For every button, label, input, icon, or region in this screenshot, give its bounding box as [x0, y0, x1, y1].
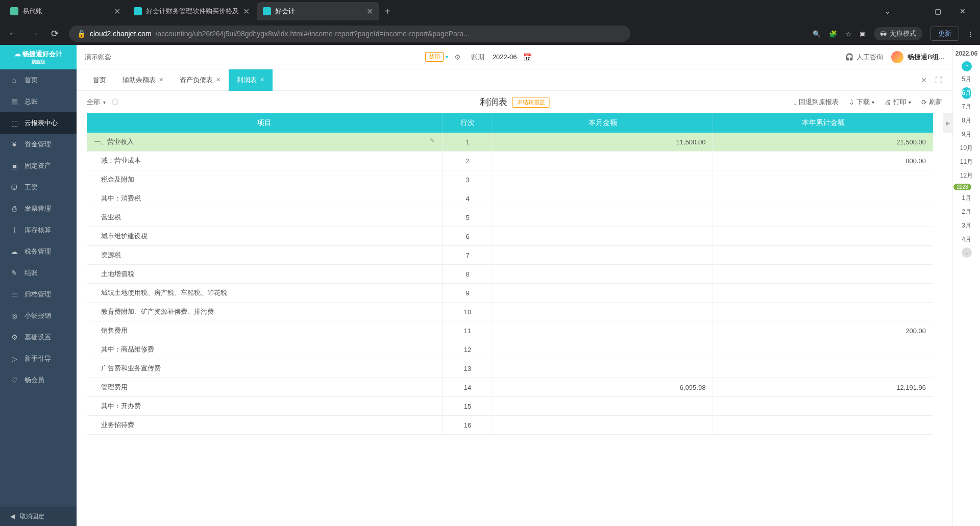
cell-year [713, 303, 933, 321]
month-item[interactable]: 4月 [962, 233, 971, 246]
download-button[interactable]: ⇩ 下载 ▾ [849, 97, 874, 107]
month-item[interactable]: 11月 [958, 155, 975, 169]
month-item[interactable]: 7月 [958, 100, 975, 114]
sidebar-item[interactable]: ⛁工资 [0, 177, 77, 198]
sidebar-item-label: 工资 [24, 183, 38, 192]
sidebar-unpin-button[interactable]: ◀ 取消固定 [0, 507, 77, 526]
browser-tab[interactable]: 好会计财务管理软件购买价格及✕ [128, 2, 256, 20]
sidebar-item[interactable]: ▷新手引导 [0, 348, 77, 369]
table-row[interactable]: 营业税 5 [87, 208, 933, 227]
sidebar-item[interactable]: ▭归档管理 [0, 284, 77, 305]
tab-close-icon[interactable]: ✕ [243, 7, 250, 16]
month-item[interactable]: 2月 [962, 205, 971, 219]
calendar-icon[interactable]: 📅 [523, 53, 532, 61]
refresh-button[interactable]: ⟳ 刷新 [921, 97, 942, 107]
forward-button[interactable]: → [28, 27, 41, 41]
sidebar-item[interactable]: ⌇库存核算 [0, 219, 77, 241]
sidebar-item[interactable]: ¥资金管理 [0, 134, 77, 155]
extension-icon[interactable]: 🧩 [829, 30, 837, 38]
nav-tab[interactable]: 首页 [85, 69, 114, 91]
sidebar-item[interactable]: ▤总账 [0, 91, 77, 112]
table-row[interactable]: 资源税 7 [87, 246, 933, 265]
back-button[interactable]: ← [6, 27, 19, 41]
nav-tab-close-icon[interactable]: ✕ [159, 77, 163, 83]
zoom-icon[interactable]: 🔍 [813, 30, 821, 38]
table-row[interactable]: 城市维护建设税 6 [87, 227, 933, 246]
settings-icon[interactable]: ⚙ [454, 53, 461, 61]
nav-tab-close-icon[interactable]: ✕ [260, 77, 264, 83]
disable-badge: 禁用 [425, 52, 444, 62]
nav-tab[interactable]: 资产负债表✕ [172, 69, 229, 91]
tab-close-icon[interactable]: ✕ [114, 7, 120, 16]
month-item[interactable]: 9月 [958, 128, 975, 141]
expand-column-icon[interactable]: ▶ [943, 113, 952, 133]
tab-close-icon[interactable]: ✕ [366, 7, 373, 16]
menu-icon[interactable]: ⋮ [967, 30, 974, 38]
table-row[interactable]: 税金及附加 3 [87, 170, 933, 189]
window-dropdown-icon[interactable]: ⌄ [880, 5, 895, 17]
print-button[interactable]: 🖨 打印 ▾ [885, 97, 911, 107]
close-all-tabs-icon[interactable]: ✕ [919, 74, 929, 86]
table-row[interactable]: 销售费用 11 200.00 [87, 321, 933, 340]
sidebar-item[interactable]: ⌂首页 [0, 69, 77, 91]
month-item[interactable]: 6月 [962, 87, 971, 99]
close-window-button[interactable]: ✕ [955, 5, 970, 17]
new-tab-button[interactable]: + [384, 6, 390, 17]
table-row[interactable]: 广告费和业务宣传费 13 [87, 359, 933, 378]
table-row[interactable]: 教育费附加、矿产资源补偿费、排污费 10 [87, 303, 933, 321]
edit-icon[interactable]: ✎ [430, 137, 435, 144]
filter-dropdown[interactable]: 全部 ▾ ⓘ [87, 97, 118, 107]
url-field[interactable]: 🔒 cloud2.chanjet.com/accounting/uh26t264… [69, 26, 630, 42]
support-link[interactable]: 🎧 人工咨询 [845, 53, 883, 62]
status-badge: 未结转损益 [512, 97, 550, 108]
revert-button[interactable]: ↓ 回退到原报表 [794, 97, 839, 107]
bookmark-icon[interactable]: ☆ [845, 30, 851, 38]
cell-item: 税金及附加 [87, 170, 442, 189]
sidebar-item-label: 基础设置 [24, 333, 51, 342]
sidebar-item[interactable]: ▣固定资产 [0, 155, 77, 177]
sidebar-item[interactable]: ⚙基础设置 [0, 327, 77, 348]
month-item[interactable]: 5月 [958, 72, 975, 86]
maximize-button[interactable]: ▢ [930, 5, 945, 17]
nav-tab[interactable]: 利润表✕ [229, 69, 273, 91]
month-item[interactable]: 1月 [962, 191, 971, 205]
sidebar-item[interactable]: ♡畅会员 [0, 369, 77, 391]
table-row[interactable]: 其中：消费税 4 [87, 189, 933, 208]
table-row[interactable]: 其中：开办费 15 [87, 397, 933, 416]
table-row[interactable]: 土地增值税 8 [87, 265, 933, 284]
table-row[interactable]: 城镇土地使用税、房产税、车船税、印花税 9 [87, 284, 933, 303]
sidebar-item[interactable]: ⎙发票管理 [0, 198, 77, 219]
sidebar-item[interactable]: ⬚云报表中心 [0, 112, 77, 134]
account-dropdown-icon[interactable]: ▾ [446, 54, 448, 60]
period-value[interactable]: 2022-06 [493, 53, 517, 61]
table-row[interactable]: 业务招待费 16 [87, 416, 933, 435]
minimize-button[interactable]: — [905, 5, 920, 17]
sidebar-item[interactable]: ✎结账 [0, 262, 77, 284]
browser-tab[interactable]: 易代账✕ [4, 2, 127, 20]
nav-tab-close-icon[interactable]: ✕ [216, 77, 220, 83]
nav-tab[interactable]: 辅助余额表✕ [114, 69, 172, 91]
month-item[interactable]: 8月 [958, 114, 975, 128]
help-icon[interactable]: ⓘ [112, 97, 118, 107]
month-item[interactable]: 12月 [958, 169, 975, 183]
update-button[interactable]: 更新 [930, 27, 959, 41]
fullscreen-icon[interactable]: ⛶ [933, 74, 944, 86]
month-down-button[interactable]: ⌄ [962, 247, 972, 258]
tab-favicon [134, 7, 142, 15]
table-row[interactable]: 一、营业收入✎ 1 11,500.00 21,500.00 [87, 133, 933, 152]
sidebar-item[interactable]: ◎小畅报销 [0, 305, 77, 327]
user-menu[interactable]: 畅捷通B组... [891, 51, 944, 63]
month-item[interactable]: 3月 [962, 219, 971, 233]
account-name[interactable]: 演示账套 [85, 53, 111, 62]
table-row[interactable]: 减：营业成本 2 800.00 [87, 152, 933, 170]
month-item[interactable]: 10月 [958, 141, 975, 155]
browser-tab[interactable]: 好会计✕ [257, 2, 379, 20]
sidebar-logo[interactable]: ☁ 畅捷通好会计 旗舰版 [0, 45, 77, 69]
reader-icon[interactable]: ▣ [860, 30, 866, 38]
month-up-button[interactable]: ⌃ [962, 61, 972, 71]
table-row[interactable]: 管理费用 14 6,095.98 12,191.96 [87, 378, 933, 397]
sidebar-item[interactable]: ☁税务管理 [0, 241, 77, 262]
cell-month [493, 170, 713, 189]
table-row[interactable]: 其中：商品维修费 12 [87, 340, 933, 359]
reload-button[interactable]: ⟳ [49, 26, 61, 41]
